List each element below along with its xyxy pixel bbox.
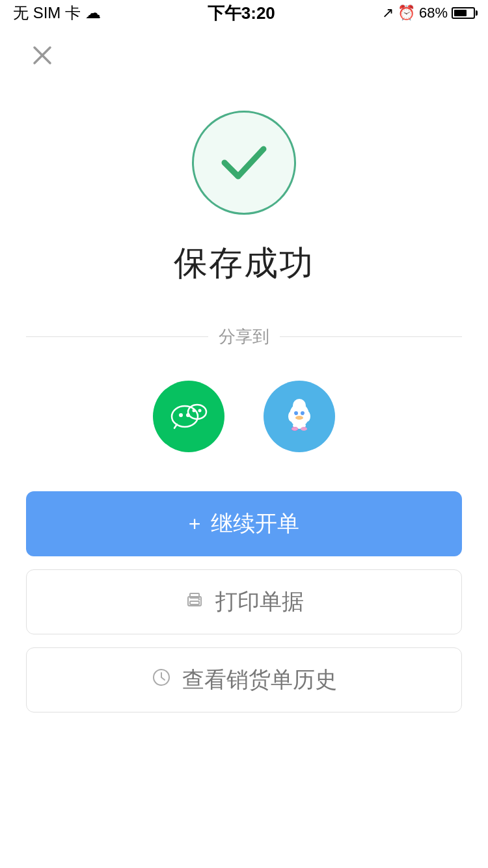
history-label: 查看销货单历史 <box>182 665 337 695</box>
status-bar: 无 SIM 卡 ☁ 下午3:20 ↗ ⏰ 68% <box>0 0 488 26</box>
divider-left <box>26 336 208 337</box>
clock-icon <box>151 667 172 693</box>
svg-point-9 <box>293 399 306 412</box>
wechat-icon <box>168 396 210 437</box>
svg-point-18 <box>301 427 307 431</box>
status-right: ↗ ⏰ 68% <box>382 5 475 21</box>
share-icons <box>153 381 335 452</box>
close-icon <box>32 45 53 66</box>
qq-share-button[interactable] <box>264 381 335 452</box>
print-icon <box>184 589 205 615</box>
continue-button[interactable]: + 继续开单 <box>26 491 462 556</box>
svg-point-17 <box>291 427 298 431</box>
svg-point-5 <box>186 413 190 417</box>
battery-icon <box>452 7 475 19</box>
svg-point-10 <box>294 411 298 415</box>
main-content: 保存成功 分享到 <box>0 72 488 868</box>
success-title: 保存成功 <box>174 241 314 286</box>
divider-row: 分享到 <box>26 325 462 348</box>
qq-icon <box>278 396 320 437</box>
alarm-icon: ⏰ <box>398 5 415 21</box>
share-section: 分享到 <box>26 325 462 452</box>
continue-label: 继续开单 <box>211 509 299 539</box>
svg-point-14 <box>304 411 310 422</box>
battery-text: 68% <box>419 5 448 21</box>
success-icon-circle <box>192 111 296 215</box>
svg-rect-21 <box>190 601 199 604</box>
wechat-share-button[interactable] <box>153 381 224 452</box>
divider-right <box>280 336 462 337</box>
status-left: 无 SIM 卡 ☁ <box>13 3 101 23</box>
svg-point-7 <box>198 409 202 413</box>
svg-point-12 <box>295 416 303 420</box>
svg-point-6 <box>193 409 196 413</box>
status-time: 下午3:20 <box>208 2 275 25</box>
plus-icon: + <box>189 512 201 536</box>
svg-point-11 <box>301 411 305 415</box>
print-label: 打印单据 <box>215 587 304 617</box>
svg-point-22 <box>198 599 200 601</box>
sim-text: 无 SIM 卡 ☁ <box>13 3 101 23</box>
svg-point-4 <box>179 413 183 417</box>
print-button[interactable]: 打印单据 <box>26 569 462 634</box>
share-label: 分享到 <box>219 325 269 348</box>
checkmark-icon <box>215 133 273 192</box>
location-icon: ↗ <box>382 5 394 21</box>
close-button[interactable] <box>26 39 59 72</box>
history-button[interactable]: 查看销货单历史 <box>26 647 462 712</box>
svg-point-13 <box>288 411 295 422</box>
action-buttons: + 继续开单 打印单据 查看销货单历史 <box>26 491 462 739</box>
